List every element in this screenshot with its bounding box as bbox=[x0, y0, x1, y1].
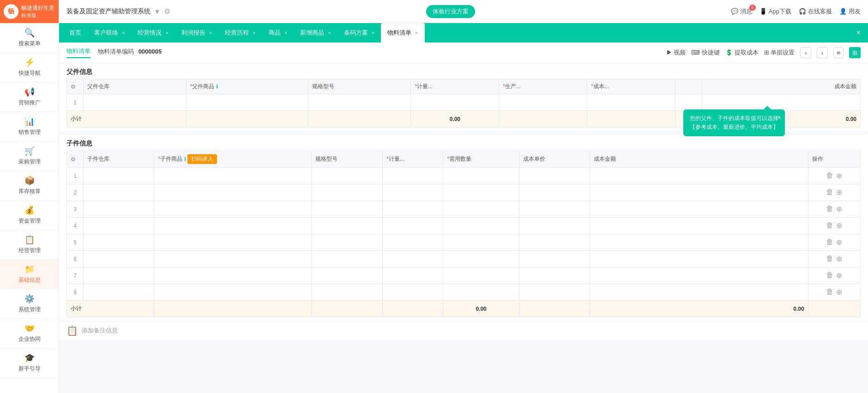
nav-tab-6[interactable]: 新增商品× bbox=[294, 23, 337, 42]
nav-tab-close-2[interactable]: × bbox=[165, 30, 168, 36]
copy-icon-7[interactable]: ⊕ bbox=[836, 271, 842, 280]
app-download-item[interactable]: 📱 App下载 bbox=[760, 7, 791, 16]
dropdown-icon[interactable]: ▾ bbox=[155, 6, 159, 17]
copy-icon-8[interactable]: ⊕ bbox=[836, 288, 842, 296]
nav-tab-close-7[interactable]: × bbox=[372, 30, 374, 36]
child-cost-amount-1[interactable] bbox=[590, 168, 808, 184]
copy-icon-2[interactable]: ⊕ bbox=[836, 188, 842, 197]
child-qty-6[interactable] bbox=[382, 251, 443, 267]
nav-tab-close-4[interactable]: × bbox=[253, 30, 255, 36]
child-unit-cost-7[interactable] bbox=[519, 267, 590, 284]
copy-icon-3[interactable]: ⊕ bbox=[836, 205, 842, 213]
delete-icon-4[interactable]: 🗑 bbox=[826, 221, 833, 230]
nav-tab-1[interactable]: 客户联络× bbox=[88, 23, 131, 42]
child-unit-cost-1[interactable] bbox=[519, 168, 590, 184]
child-unit-cost-6[interactable] bbox=[519, 251, 590, 267]
nav-tab-5[interactable]: 商品× bbox=[262, 23, 294, 42]
sidebar-item-6[interactable]: 💰资金管理 bbox=[0, 200, 59, 230]
single-settings[interactable]: ⊞ 单据设置 bbox=[764, 48, 795, 57]
parent-product-1[interactable] bbox=[186, 94, 308, 111]
child-qty-4[interactable] bbox=[382, 218, 443, 234]
nav-tab-7[interactable]: 条码方案× bbox=[338, 23, 381, 42]
scan-button[interactable]: 扫码录入 bbox=[187, 154, 217, 164]
child-cost-amount-8[interactable] bbox=[590, 284, 808, 301]
tooltip-close-btn[interactable]: × bbox=[778, 112, 781, 122]
child-needed-3[interactable] bbox=[443, 201, 519, 218]
child-needed-4[interactable] bbox=[443, 218, 519, 234]
delete-icon-1[interactable]: 🗑 bbox=[826, 171, 833, 180]
child-needed-2[interactable] bbox=[443, 184, 519, 201]
sidebar-item-5[interactable]: 📦库存核算 bbox=[0, 171, 59, 200]
child-warehouse-3[interactable] bbox=[84, 201, 154, 218]
child-needed-8[interactable] bbox=[443, 284, 519, 301]
child-spec-4[interactable] bbox=[312, 218, 382, 234]
child-spec-7[interactable] bbox=[312, 267, 382, 284]
child-product-2[interactable] bbox=[154, 184, 312, 201]
online-service-item[interactable]: 🎧 在线客服 bbox=[799, 7, 832, 16]
parent-produce-1[interactable] bbox=[499, 94, 587, 111]
try-button[interactable]: 体验行业方案 bbox=[426, 5, 475, 18]
child-warehouse-8[interactable] bbox=[84, 284, 154, 301]
sidebar-item-11[interactable]: 🎓新手引导 bbox=[0, 348, 59, 378]
nav-close-all[interactable]: × bbox=[853, 29, 864, 37]
child-product-6[interactable] bbox=[154, 251, 312, 267]
sidebar-item-4[interactable]: 🛒采购管理 bbox=[0, 141, 59, 171]
sub-tab-bill-of-materials[interactable]: 物料清单 bbox=[66, 47, 90, 58]
nav-tab-close-5[interactable]: × bbox=[284, 30, 287, 36]
extract-cost[interactable]: 💲 提取成本 bbox=[725, 48, 759, 57]
delete-icon-5[interactable]: 🗑 bbox=[826, 238, 833, 247]
shortcut-key[interactable]: ⌨ 快捷键 bbox=[691, 48, 720, 57]
sidebar-item-3[interactable]: 📊销售管理 bbox=[0, 112, 59, 141]
child-warehouse-7[interactable] bbox=[84, 267, 154, 284]
sidebar-item-9[interactable]: ⚙️系统管理 bbox=[0, 289, 59, 319]
child-product-4[interactable] bbox=[154, 218, 312, 234]
child-qty-5[interactable] bbox=[382, 234, 443, 251]
child-cost-amount-7[interactable] bbox=[590, 267, 808, 284]
copy-icon-6[interactable]: ⊕ bbox=[836, 254, 842, 263]
child-cost-amount-3[interactable] bbox=[590, 201, 808, 218]
child-spec-8[interactable] bbox=[312, 284, 382, 301]
gear-icon-parent[interactable]: ⚙ bbox=[71, 84, 76, 90]
child-cost-amount-2[interactable] bbox=[590, 184, 808, 201]
nav-tab-2[interactable]: 经营情况× bbox=[131, 23, 175, 42]
sidebar-item-1[interactable]: ⚡快捷导航 bbox=[0, 53, 59, 82]
nav-tab-close-6[interactable]: × bbox=[328, 30, 331, 36]
delete-icon-2[interactable]: 🗑 bbox=[826, 188, 833, 197]
child-needed-5[interactable] bbox=[443, 234, 519, 251]
child-spec-2[interactable] bbox=[312, 184, 382, 201]
list-view-btn[interactable]: ≡ bbox=[833, 47, 844, 58]
delete-icon-8[interactable]: 🗑 bbox=[826, 288, 833, 296]
child-product-8[interactable] bbox=[154, 284, 312, 301]
delete-icon-7[interactable]: 🗑 bbox=[826, 271, 833, 280]
nav-tab-0[interactable]: 首页 bbox=[63, 23, 88, 42]
child-spec-1[interactable] bbox=[312, 168, 382, 184]
child-warehouse-4[interactable] bbox=[84, 218, 154, 234]
view-video[interactable]: ▶ 视频 bbox=[666, 48, 686, 57]
sidebar-item-7[interactable]: 📋经营管理 bbox=[0, 230, 59, 260]
child-needed-7[interactable] bbox=[443, 267, 519, 284]
child-unit-cost-5[interactable] bbox=[519, 234, 590, 251]
prev-page-btn[interactable]: ‹ bbox=[800, 47, 811, 58]
nav-tab-close-3[interactable]: × bbox=[209, 30, 212, 36]
message-icon-item[interactable]: 💬 消息 6 bbox=[731, 7, 752, 16]
child-product-1[interactable] bbox=[154, 168, 312, 184]
child-warehouse-5[interactable] bbox=[84, 234, 154, 251]
child-product-7[interactable] bbox=[154, 267, 312, 284]
child-unit-cost-4[interactable] bbox=[519, 218, 590, 234]
child-warehouse-1[interactable] bbox=[84, 168, 154, 184]
nav-tab-close-1[interactable]: × bbox=[122, 30, 125, 36]
child-qty-8[interactable] bbox=[382, 284, 443, 301]
copy-icon-1[interactable]: ⊕ bbox=[836, 171, 842, 180]
next-page-btn[interactable]: › bbox=[817, 47, 828, 58]
gear-icon-child[interactable]: ⚙ bbox=[71, 156, 76, 163]
child-warehouse-2[interactable] bbox=[84, 184, 154, 201]
child-product-5[interactable] bbox=[154, 234, 312, 251]
sidebar-item-10[interactable]: 🤝企业协同 bbox=[0, 319, 59, 348]
sidebar-item-0[interactable]: 🔍搜索菜单 bbox=[0, 23, 59, 53]
child-warehouse-6[interactable] bbox=[84, 251, 154, 267]
copy-icon-4[interactable]: ⊕ bbox=[836, 221, 842, 230]
child-spec-5[interactable] bbox=[312, 234, 382, 251]
child-spec-6[interactable] bbox=[312, 251, 382, 267]
child-qty-3[interactable] bbox=[382, 201, 443, 218]
delete-icon-3[interactable]: 🗑 bbox=[826, 205, 833, 213]
